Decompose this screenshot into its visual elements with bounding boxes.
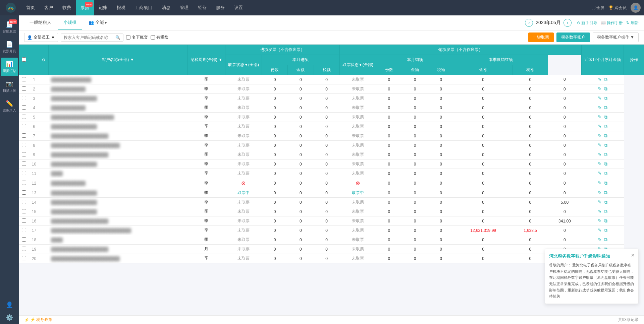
copy-btn[interactable]: ⧉ (604, 190, 607, 195)
nav-business[interactable]: 工商项目 (130, 0, 157, 15)
copy-btn[interactable]: ⧉ (604, 114, 607, 120)
row-checkbox[interactable] (22, 115, 26, 119)
copy-btn[interactable]: ⧉ (604, 228, 607, 233)
copy-btn[interactable]: ⧉ (604, 133, 607, 138)
row-check[interactable] (19, 131, 29, 141)
edit-btn[interactable]: ✎ (598, 95, 602, 101)
nav-bookkeeping[interactable]: 记账 (94, 0, 112, 15)
row-checkbox[interactable] (22, 105, 26, 110)
row-check[interactable] (19, 84, 29, 94)
row-check[interactable] (19, 113, 29, 122)
row-check[interactable] (19, 150, 29, 159)
row-checkbox[interactable] (22, 77, 26, 81)
row-checkbox[interactable] (22, 143, 26, 147)
search-input[interactable] (64, 35, 114, 40)
nav-fee[interactable]: 收费 (58, 0, 76, 15)
row-check[interactable] (19, 103, 29, 113)
digital-account-btn[interactable]: 税务数字账户 (556, 33, 590, 42)
row-checkbox[interactable] (22, 171, 26, 175)
copy-btn[interactable]: ⧉ (604, 180, 607, 186)
sidebar-item-open-ticket[interactable]: 📄 发票开具 (1, 38, 18, 56)
nav-operation[interactable]: 经营 (193, 0, 211, 15)
edit-btn[interactable]: ✎ (598, 228, 602, 233)
edit-btn[interactable]: ✎ (598, 114, 602, 120)
employee-select[interactable]: 👤 全部员工 ▼ (24, 33, 58, 42)
notification-close-btn[interactable]: ✕ (631, 252, 635, 259)
row-checkbox[interactable] (22, 152, 26, 156)
my-accounts-checkbox[interactable] (126, 35, 130, 40)
copy-btn[interactable]: ⧉ (604, 86, 607, 91)
guide-btn[interactable]: ⊙ 新手引导 (577, 20, 597, 26)
edit-btn[interactable]: ✎ (598, 199, 602, 205)
row-checkbox[interactable] (22, 96, 26, 100)
edit-btn[interactable]: ✎ (598, 142, 602, 148)
row-checkbox[interactable] (22, 181, 26, 185)
th-input-status[interactable]: 取票状态▼(全部) (225, 55, 262, 75)
copy-btn[interactable]: ⧉ (604, 171, 607, 176)
copy-btn[interactable]: ⧉ (604, 161, 607, 167)
row-checkbox[interactable] (22, 218, 26, 223)
row-check[interactable] (19, 216, 29, 226)
copy-btn[interactable]: ⧉ (604, 142, 607, 148)
row-check[interactable] (19, 226, 29, 235)
row-checkbox[interactable] (22, 161, 26, 166)
th-period[interactable]: 纳税周期(全部) ▼ (187, 45, 225, 75)
row-check[interactable] (19, 207, 29, 216)
edit-btn[interactable]: ✎ (598, 124, 602, 129)
checkbox-my-accounts[interactable]: 名下账套 (126, 35, 148, 40)
copy-btn[interactable]: ⧉ (604, 218, 607, 223)
row-check[interactable] (19, 198, 29, 207)
row-check[interactable] (19, 75, 29, 84)
sidebar-item-gear[interactable]: ⚙️ (1, 311, 18, 324)
row-check[interactable] (19, 245, 29, 254)
row-check[interactable] (19, 188, 29, 198)
edit-btn[interactable]: ✎ (598, 171, 602, 176)
search-icon[interactable]: 🔍 (115, 35, 120, 40)
user-avatar[interactable]: 👤 (631, 3, 641, 13)
th-output-status[interactable]: 取票状态▼(全部) (339, 55, 376, 75)
row-checkbox[interactable] (22, 237, 26, 242)
edit-btn[interactable]: ✎ (598, 152, 602, 157)
select-all-checkbox[interactable] (22, 57, 26, 62)
row-checkbox[interactable] (22, 209, 26, 213)
copy-btn[interactable]: ⧉ (604, 124, 607, 129)
row-check[interactable] (19, 94, 29, 103)
tab-all[interactable]: 👥 全能 ▾ (83, 15, 112, 30)
settings-icon[interactable]: ⚙ (42, 58, 46, 62)
row-check[interactable] (19, 235, 29, 245)
nav-message[interactable]: 消息 (157, 0, 175, 15)
row-checkbox[interactable] (22, 86, 26, 91)
edit-btn[interactable]: ✎ (598, 77, 602, 82)
nav-settings[interactable]: 设置 (229, 0, 248, 15)
edit-btn[interactable]: ✎ (598, 209, 602, 214)
copy-btn[interactable]: ⧉ (604, 237, 607, 242)
fullscreen-btn[interactable]: ⛶ 全屏 (591, 5, 604, 11)
row-checkbox[interactable] (22, 190, 26, 195)
copy-btn[interactable]: ⧉ (604, 77, 607, 82)
th-name[interactable]: 客户名称(全部) ▼ (49, 45, 188, 75)
edit-btn[interactable]: ✎ (598, 218, 602, 223)
nav-service[interactable]: 服务 (211, 0, 229, 15)
edit-btn[interactable]: ✎ (598, 237, 602, 242)
tax-policy-link[interactable]: ⚡ ⚡ 税务政策 (24, 317, 52, 323)
nav-manage[interactable]: 管理 (175, 0, 193, 15)
copy-btn[interactable]: ⧉ (604, 152, 607, 157)
edit-btn[interactable]: ✎ (598, 86, 602, 91)
checkbox-has-taxdisk[interactable]: 有税盘 (151, 35, 168, 40)
period-prev-btn[interactable]: ‹ (525, 19, 533, 27)
nav-ticket[interactable]: 票据 new (76, 0, 94, 15)
edit-btn[interactable]: ✎ (598, 161, 602, 167)
sidebar-item-scan[interactable]: 📷 扫描上传 (1, 77, 18, 96)
nav-home[interactable]: 首页 (21, 0, 40, 15)
sidebar-item-entry[interactable]: ✏️ 票据录入 (1, 97, 18, 116)
copy-btn[interactable]: ⧉ (604, 199, 607, 205)
row-checkbox[interactable] (22, 256, 26, 260)
sidebar-item-user[interactable]: 👤 (1, 299, 18, 311)
edit-btn[interactable]: ✎ (598, 180, 602, 186)
row-check[interactable] (19, 169, 29, 178)
period-next-btn[interactable]: › (564, 19, 572, 27)
nav-tax[interactable]: 报税 (112, 0, 130, 15)
nav-client[interactable]: 客户 (40, 0, 58, 15)
tab-general[interactable]: 一般纳税人 (24, 15, 57, 30)
row-check[interactable] (19, 254, 29, 263)
